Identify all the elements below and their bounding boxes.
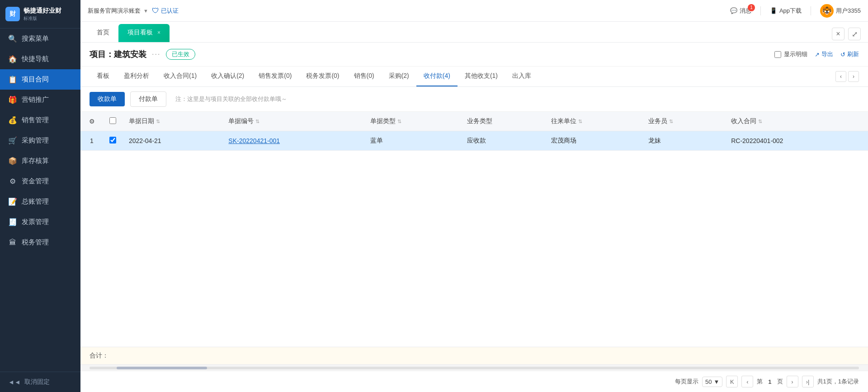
tab-home[interactable]: 首页 [88, 24, 118, 42]
payment-filter-button[interactable]: 付款单 [130, 91, 166, 107]
current-page: 1 [766, 378, 773, 385]
row-partner: 宏茂商场 [545, 131, 642, 151]
sub-tabs: 看板盈利分析收入合同(1)收入确认(2)销售发票(0)税务发票(0)销售(0)采… [80, 67, 868, 87]
sidebar-unpin-button[interactable]: ◄◄ 取消固定 [0, 372, 80, 392]
project-actions: 显示明细 ↗ 导出 ↺ 刷新 [774, 50, 859, 58]
sidebar: 财 畅捷通好业财 标准版 🔍搜索菜单🏠快捷导航📋项目合同🎁营销推广💰销售管理🛒采… [0, 0, 80, 392]
data-table: ⚙ 单据日期⇅ 单据编号⇅ 单据类型⇅ 业务类型 往来单位⇅ 业务员⇅ 收入合同… [80, 112, 868, 151]
app-logo-icon: 财 [5, 7, 20, 21]
col-checkbox [103, 112, 123, 131]
sidebar-item-----[interactable]: 📦库存核算 [0, 151, 80, 171]
select-all-checkbox[interactable] [109, 117, 116, 124]
refresh-button[interactable]: ↺ 刷新 [840, 50, 859, 58]
project-header: 项目：建筑安装 ··· 已生效 显示明细 ↗ 导出 ↺ 刷新 [80, 43, 868, 67]
top-bar: 新服务官网演示账套 ▼ 🛡 已认证 💬 消息 1 📱 App下载 🐯 用 [80, 0, 868, 22]
show-detail-input[interactable] [774, 51, 781, 58]
tab-expand-button[interactable]: ⤢ [848, 28, 861, 40]
sidebar-item-----[interactable]: 🏛税务管理 [0, 232, 80, 253]
sidebar-logo: 财 畅捷通好业财 标准版 [0, 0, 80, 29]
project-more-button[interactable]: ··· [152, 50, 160, 58]
sidebar-item-----[interactable]: 📝总账管理 [0, 191, 80, 212]
sidebar-icon-8: 📝 [8, 197, 17, 206]
col-doc-type[interactable]: 单据类型⇅ [364, 112, 461, 131]
filter-bar: 收款单 付款单 注：这里是与项目关联的全部收付款单哦～ [80, 87, 868, 112]
sidebar-icon-3: 🎁 [8, 96, 17, 104]
tab-close-icon[interactable]: × [157, 29, 160, 36]
subtab-0[interactable]: 看板 [90, 67, 117, 86]
page-last-icon: ›| [806, 378, 810, 385]
col-settings[interactable]: ⚙ [80, 112, 103, 131]
scrollbar-thumb[interactable] [117, 367, 207, 369]
sidebar-item-----[interactable]: 💰销售管理 [0, 110, 80, 130]
sidebar-item-----[interactable]: 🏠快捷导航 [0, 49, 80, 69]
row-contract: RC-20220401-002 [725, 131, 868, 151]
project-status-badge: 已生效 [166, 49, 195, 60]
user-avatar: 🐯 [820, 4, 834, 18]
page-prev-button[interactable]: ‹ [741, 376, 753, 387]
col-partner[interactable]: 往来单位⇅ [545, 112, 642, 131]
sidebar-item-----[interactable]: 🛒采购管理 [0, 130, 80, 151]
subtab-8[interactable]: 收付款(4) [416, 67, 458, 86]
table-row[interactable]: 1 2022-04-21 SK-20220421-001 蓝单 应收款 宏茂商场… [80, 131, 868, 151]
sidebar-item-----[interactable]: 📋项目合同 [0, 69, 80, 90]
subtab-4[interactable]: 销售发票(0) [251, 67, 299, 86]
row-biz-type: 应收款 [461, 131, 545, 151]
subtab-2[interactable]: 收入合同(1) [156, 67, 204, 86]
subtab-5[interactable]: 税务发票(0) [299, 67, 346, 86]
subtab-prev-button[interactable]: ‹ [835, 71, 846, 82]
receipt-filter-button[interactable]: 收款单 [90, 92, 125, 106]
row-checkbox[interactable] [109, 137, 116, 143]
user-menu[interactable]: 🐯 用户3355 [820, 4, 861, 18]
tab-project-board[interactable]: 项目看板 × [118, 24, 170, 42]
subtab-6[interactable]: 销售(0) [347, 67, 382, 86]
tab-bar-actions: × ⤢ [832, 28, 861, 42]
page-content: 项目：建筑安装 ··· 已生效 显示明细 ↗ 导出 ↺ 刷新 [80, 43, 868, 392]
top-bar-left: 新服务官网演示账套 ▼ 🛡 已认证 [88, 7, 179, 15]
subtab-next-button[interactable]: › [848, 71, 859, 82]
messages-button[interactable]: 💬 消息 1 [730, 7, 751, 15]
page-last-button[interactable]: ›| [802, 376, 814, 387]
subtab-10[interactable]: 出入库 [505, 67, 538, 86]
sidebar-icon-7: ⚙ [8, 177, 17, 186]
message-badge: 1 [748, 4, 755, 11]
scrollbar-track [90, 367, 859, 369]
export-icon: ↗ [815, 51, 820, 58]
sidebar-icon-6: 📦 [8, 157, 17, 165]
subtab-3[interactable]: 收入确认(2) [204, 67, 251, 86]
sidebar-icon-10: 🏛 [8, 239, 17, 247]
subtab-9[interactable]: 其他收支(1) [458, 67, 505, 86]
row-doc-no[interactable]: SK-20220421-001 [222, 131, 363, 151]
col-contract[interactable]: 收入合同⇅ [725, 112, 868, 131]
subtab-1[interactable]: 盈利分析 [117, 67, 156, 86]
phone-icon: 📱 [770, 7, 777, 14]
main-content: 新服务官网演示账套 ▼ 🛡 已认证 💬 消息 1 📱 App下载 🐯 用 [80, 0, 868, 392]
row-salesperson: 龙妹 [642, 131, 725, 151]
app-name: 畅捷通好业财 标准版 [24, 6, 61, 22]
tab-close-button[interactable]: × [832, 28, 844, 40]
col-date[interactable]: 单据日期⇅ [123, 112, 222, 131]
page-size-select[interactable]: 50 ▼ [702, 377, 722, 387]
page-first-button[interactable]: K [726, 376, 738, 387]
sidebar-item-----[interactable]: ⚙资金管理 [0, 171, 80, 191]
pagination: 每页显示 50 ▼ K ‹ 第 1 页 › ›| 共1页，1条记录 [80, 371, 868, 392]
show-detail-checkbox[interactable]: 显示明细 [774, 50, 807, 58]
subtab-7[interactable]: 采购(2) [382, 67, 416, 86]
sidebar-item-----[interactable]: 🧾发票管理 [0, 212, 80, 232]
account-name: 新服务官网演示账套 [88, 7, 141, 15]
page-next-button[interactable]: › [787, 376, 798, 387]
sidebar-icon-4: 💰 [8, 116, 17, 124]
horizontal-scrollbar[interactable] [80, 364, 868, 371]
col-doc-no[interactable]: 单据编号⇅ [222, 112, 363, 131]
message-icon: 💬 [730, 7, 737, 14]
refresh-icon: ↺ [840, 51, 845, 58]
col-salesperson[interactable]: 业务员⇅ [642, 112, 725, 131]
page-size-dropdown-icon: ▼ [713, 378, 719, 385]
sidebar-item-----[interactable]: 🎁营销推广 [0, 90, 80, 110]
row-checkbox-cell [103, 131, 123, 151]
sidebar-item-----[interactable]: 🔍搜索菜单 [0, 29, 80, 49]
sidebar-icon-1: 🏠 [8, 55, 17, 63]
export-button[interactable]: ↗ 导出 [815, 50, 833, 58]
account-selector[interactable]: 新服务官网演示账套 ▼ [88, 7, 148, 15]
shield-icon: 🛡 [152, 7, 159, 15]
app-download-button[interactable]: 📱 App下载 [770, 7, 802, 15]
